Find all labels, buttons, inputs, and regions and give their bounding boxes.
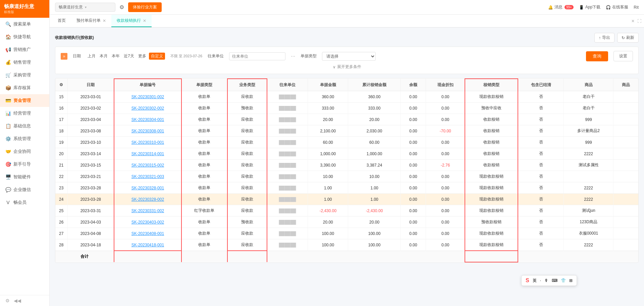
date-custom-button[interactable]: 自定义 [149,53,165,60]
tab-prepay[interactable]: 预付单应付单 ✕ [71,15,111,27]
phone-icon: 📱 [579,5,584,10]
date-this-year-button[interactable]: 本年 [110,53,121,60]
sidebar-item-marketing[interactable]: 📢营销推广 [0,43,49,56]
ime-shirt-icon[interactable]: 👕 [561,278,566,283]
sidebar-item-member[interactable]: V畅会员 [0,196,49,209]
bill-no-link[interactable]: SK-20230301-002 [131,95,164,99]
td-cum-write: 1,000.00 [348,148,400,160]
bill-no-link[interactable]: SK-20230321-003 [131,174,164,179]
wechat-icon: 💬 [5,187,11,192]
date-more-button[interactable]: 更多 [137,53,148,60]
bill-type-filter-label: 单据类型 [301,53,317,59]
ime-mic-icon[interactable]: 🎙 [544,278,548,283]
settings-icon[interactable]: ⚙ [5,298,10,303]
unit-filter-input[interactable] [229,52,285,60]
hardware-icon: 🖥️ [5,174,11,180]
ime-apps-icon[interactable]: ⊞ [569,278,573,283]
bill-no-link[interactable]: SK-20230328-002 [131,197,164,202]
sidebar-item-guide[interactable]: 🎯新手引导 [0,158,49,171]
filter-settings-button[interactable]: 设置 [613,51,633,61]
date-range-display: 不限 至 2023-07-26 [170,54,202,59]
bill-no-link[interactable]: SK-20230302-002 [131,106,164,111]
bill-no-link[interactable]: SK-20230403-002 [131,220,164,225]
table-row: 27 2023-04-08 SK-20230408-001 收款单 应收款 ██… [55,228,638,239]
bill-no-link[interactable]: SK-20230418-001 [131,243,164,247]
bill-no-link[interactable]: SK-20230328-001 [131,186,164,190]
bill-no-link[interactable]: SK-20230315-002 [131,163,164,168]
date-this-month-button[interactable]: 本月 [98,53,109,60]
refresh-button[interactable]: ↻ 刷新 [617,33,639,43]
filter-panel: » 日期 上月 本月 本年 近7天 更多 自定义 不限 至 2023-07-26… [55,47,639,74]
td-date: 2023-03-08 [67,125,114,137]
sidebar-menu: 🔍搜索菜单🏠快捷导航📢营销推广💰销售管理🛒采购管理📦库存核算💳资金管理📊经营管理… [0,18,49,295]
sidebar-item-finance[interactable]: 💳资金管理 [0,94,49,107]
sidebar-item-inventory[interactable]: 📦库存核算 [0,81,49,94]
td-date: 2023-03-01 [67,91,114,103]
td-bill-no: SK-20230304-001 [114,114,181,125]
td-cum-write: 360.00 [348,91,400,103]
user-profile-item[interactable]: Rit [634,5,639,10]
online-service-item[interactable]: 🎧 在线客服 [606,4,628,10]
sidebar-item-search[interactable]: 🔍搜索菜单 [0,18,49,30]
sidebar-item-sales[interactable]: 💰销售管理 [0,56,49,69]
bill-no-link[interactable]: SK-20230408-001 [131,231,164,236]
sidebar-item-operation[interactable]: 📊经营管理 [0,107,49,120]
td-idx: 26 [55,217,67,228]
notification-item[interactable]: 🔔 消息 99+ [548,4,574,10]
expand-more-button[interactable]: ∨ 展开更多条件 [333,64,361,70]
td-date: 2023-03-28 [67,194,114,205]
tabbar-close-icon[interactable]: ✕ [631,19,635,23]
sidebar-item-wechat[interactable]: 💬企业微信 [0,183,49,196]
search-icon: 🔍 [5,21,11,27]
ime-icon-1[interactable]: 英 [533,278,537,284]
settings-gear-icon[interactable]: ⚙ [119,4,124,10]
industry-solution-button[interactable]: 体验行业方案 [128,2,162,12]
td-amount: 10.00 [308,171,348,182]
sidebar-item-purchase[interactable]: 🛒采购管理 [0,69,49,81]
sidebar-item-system[interactable]: ⚙️系统管理 [0,132,49,145]
td-bill-type: 收款单 [181,182,228,194]
td-bill-no: SK-20230321-003 [114,171,181,182]
tab-collection-close-icon[interactable]: ✕ [143,19,146,23]
sidebar-item-basic[interactable]: 📋基础信息 [0,120,49,132]
bill-type-select[interactable]: 请选择 [322,52,376,61]
td-goods: 999 [564,114,613,125]
quicknav-icon: 🏠 [5,34,11,40]
bill-no-link[interactable]: SK-20230304-001 [131,117,164,122]
export-button[interactable]: ↑ 导出 [594,33,614,43]
bill-no-link[interactable]: SK-20230310-001 [131,140,164,145]
td-idx: 23 [55,182,67,194]
td-goods: 2222 [564,194,613,205]
tab-home[interactable]: 首页 [52,15,71,27]
bill-no-link[interactable]: SK-20230308-001 [131,129,164,133]
workspace-selector[interactable]: 畅康道好生意 ▾ [55,3,115,12]
workspace-text: 畅康道好生意 [59,4,83,10]
ime-keyboard-icon[interactable]: ⌨ [552,278,557,283]
collapse-icon[interactable]: ◀◀ [14,298,21,303]
table-row: 15 2023-03-01 SK-20230301-002 收款单 应收款 ██… [55,91,638,103]
date-prev-month-button[interactable]: 上月 [86,53,97,60]
filter-expand-button[interactable]: » [61,53,67,60]
td-date: 2023-03-02 [67,103,114,114]
date-last7-button[interactable]: 近7天 [122,53,136,60]
ime-icon-2[interactable]: · [540,278,541,283]
system-icon: ⚙️ [5,136,11,141]
sidebar-item-label-enterprise: 企业协同 [13,148,31,155]
td-amount: 360.00 [308,91,348,103]
td-goods: 老白干 [564,103,613,114]
tab-prepay-close-icon[interactable]: ✕ [103,19,106,23]
filter-dots: ··· [291,53,295,59]
td-unit: ██████ [267,148,308,160]
guide-icon: 🎯 [5,162,11,167]
sidebar-item-enterprise[interactable]: 🤝企业协同 [0,145,49,158]
tabbar-maximize-icon[interactable]: ⛶ [637,19,641,23]
tab-collection[interactable]: 收款核销执行 ✕ [111,15,152,27]
query-button[interactable]: 查询 [586,51,608,61]
app-download-item[interactable]: 📱 App下载 [579,4,600,10]
sidebar-item-quicknav[interactable]: 🏠快捷导航 [0,30,49,43]
td-amount: 100.00 [308,228,348,239]
online-service-label: 在线客服 [612,4,628,10]
bill-no-link[interactable]: SK-20230331-002 [131,208,164,213]
sidebar-item-hardware[interactable]: 🖥️智能硬件 [0,171,49,183]
bill-no-link[interactable]: SK-20230314-001 [131,151,164,156]
